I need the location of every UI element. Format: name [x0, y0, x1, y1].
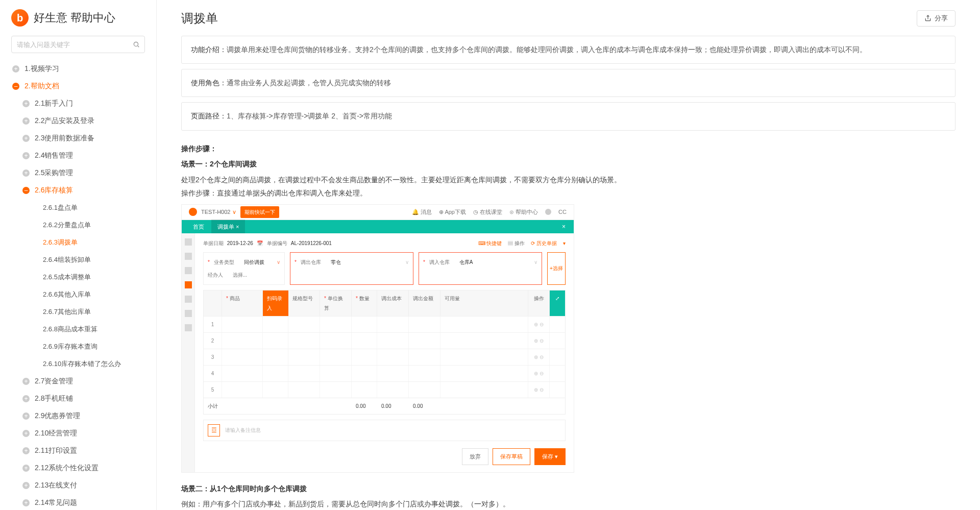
scene1-line2: 操作步骤：直接通过单据头的调出仓库和调入仓库来处理。: [181, 186, 955, 200]
app-nav-a: ◷ 在线课堂: [473, 207, 502, 217]
share-icon: [924, 15, 932, 22]
info-text: 调拨单用来处理仓库间货物的转移业务。支持2个仓库间的调拨，也支持多个仓库间的调拨…: [227, 45, 867, 54]
nav-2-11[interactable]: +2.11打印设置: [0, 442, 156, 459]
nav-label: 2.1新手入门: [35, 99, 73, 108]
nav-2-6-8[interactable]: 2.6.8商品成本重算: [0, 321, 156, 338]
rail-icon: [185, 267, 192, 274]
nav-label: 2.4销售管理: [35, 151, 73, 160]
app-draft-button: 保存草稿: [493, 448, 530, 465]
brand: b 好生意 帮助中心: [0, 9, 156, 36]
nav-2-6-4[interactable]: 2.6.4组装拆卸单: [0, 251, 156, 269]
nav-label: 2.6库存核算: [35, 186, 73, 195]
app-logo-icon: [189, 208, 197, 216]
nav-2-6-10[interactable]: 2.6.10库存账本错了怎么办: [0, 355, 156, 373]
app-biztype-col: *业务类型 同价调拨∨ 经办人 选择...: [203, 252, 285, 285]
nav-label: 2.10经营管理: [35, 429, 77, 438]
nav-label: 2.帮助文档: [24, 82, 59, 91]
steps-label: 操作步骤：: [181, 142, 955, 156]
nav-label: 2.6.4组装拆卸单: [43, 255, 91, 264]
screenshot-1: TEST-H002 ∨ 期前快试一下 🔔 消息 ⊕ App下载 ◷ 在线课堂 ⊙…: [181, 204, 574, 473]
app-select-btn: +选择: [547, 252, 566, 285]
nav-label: 2.6.5成本调整单: [43, 273, 91, 282]
nav-label: 2.6.6其他入库单: [43, 290, 91, 299]
scene2-line1: 例如：用户有多个门店或办事处，新品到货后，需要从总仓同时向多个门店或办事处调拨。…: [181, 497, 955, 510]
app-table: * 商品 扫码录入 规格型号 * 单位换算 * 数量 调出成本 调出金额 可用量…: [203, 290, 566, 415]
app-site-select: TEST-H002 ∨: [201, 207, 236, 217]
nav-tree: +1.视频学习 –2.帮助文档 +2.1新手入门 +2.2产品安装及登录 +2.…: [0, 60, 156, 510]
nav-label: 2.2产品安装及登录: [35, 116, 94, 126]
nav-2-6-6[interactable]: 2.6.6其他入库单: [0, 286, 156, 303]
app-ops: ▤ 操作: [508, 238, 525, 248]
nav-label: 2.14常见问题: [35, 498, 77, 507]
app-nav-b: ⊙ 帮助中心: [509, 207, 538, 217]
scene1-line1: 处理2个仓库之间的商品调拨，在调拨过程中不会发生商品数量的不一致性。主要处理近距…: [181, 173, 955, 187]
nav-2-2[interactable]: +2.2产品安装及登录: [0, 112, 156, 130]
info-text: 通常由业务人员发起调拨，仓管人员完成实物的转移: [227, 79, 391, 87]
nav-2-6-9[interactable]: 2.6.9库存账本查询: [0, 338, 156, 355]
nav-label: 2.5采购管理: [35, 168, 73, 178]
chevron-icon: ▾: [563, 238, 566, 248]
info-text: 1、库存核算->库存管理->调拨单 2、首页->常用功能: [227, 112, 392, 120]
nav-2-13[interactable]: +2.13在线支付: [0, 477, 156, 494]
nav-2-8[interactable]: +2.8手机旺铺: [0, 390, 156, 407]
rail-icon: [185, 310, 192, 317]
app-nav-app: ⊕ App下载: [439, 207, 466, 217]
nav-label: 2.3使用前数据准备: [35, 134, 94, 143]
brand-title: 好生意 帮助中心: [34, 10, 115, 26]
nav-label: 2.13在线支付: [35, 481, 77, 490]
nav-label: 2.9优惠券管理: [35, 411, 80, 421]
nav-2-10[interactable]: +2.10经营管理: [0, 425, 156, 442]
app-nav-msg: 🔔 消息: [412, 207, 432, 217]
nav-video-learning[interactable]: +1.视频学习: [0, 60, 156, 78]
app-in-warehouse: *调入仓库 仓库A∨: [419, 252, 542, 285]
nav-help-docs[interactable]: –2.帮助文档: [0, 78, 156, 95]
nav-2-6-5[interactable]: 2.6.5成本调整单: [0, 269, 156, 286]
nav-2-6-3[interactable]: 2.6.3调拨单: [0, 234, 156, 251]
app-date-label: 单据日期: [203, 240, 224, 246]
nav-2-5[interactable]: +2.5采购管理: [0, 164, 156, 182]
nav-2-9[interactable]: +2.9优惠券管理: [0, 407, 156, 425]
nav-2-6-1[interactable]: 2.6.1盘点单: [0, 199, 156, 216]
nav-label: 2.6.3调拨单: [43, 238, 78, 247]
app-out-warehouse: *调出仓库 零仓∨: [290, 252, 413, 285]
info-role: 使用角色：通常由业务人员发起调拨，仓管人员完成实物的转移: [181, 69, 955, 97]
nav-label: 2.7资金管理: [35, 377, 73, 386]
search-icon[interactable]: [133, 41, 140, 48]
nav-2-6-2[interactable]: 2.6.2分量盘点单: [0, 216, 156, 234]
search-input[interactable]: [11, 36, 145, 53]
nav-label: 2.6.9库存账本查询: [43, 342, 97, 351]
nav-label: 2.6.2分量盘点单: [43, 221, 91, 230]
info-function: 功能介绍：调拨单用来处理仓库间货物的转移业务。支持2个仓库间的调拨，也支持多个仓…: [181, 36, 955, 64]
app-note: ☲ 请输入备注信息: [203, 420, 566, 441]
svg-line-1: [138, 46, 139, 47]
svg-point-0: [134, 42, 138, 46]
app-quick: ⌨ 快捷键: [478, 238, 502, 248]
scene2-title: 场景二：从1个仓库同时向多个仓库调拨: [181, 482, 955, 496]
app-tab-home: 首页: [187, 220, 210, 234]
app-tab-doc: 调拨单 ×: [211, 220, 245, 234]
rail-icon: [185, 324, 192, 331]
rail-icon-active: [185, 281, 192, 288]
section-scene1: 操作步骤： 场景一：2个仓库间调拨 处理2个仓库之间的商品调拨，在调拨过程中不会…: [181, 142, 955, 510]
nav-2-4[interactable]: +2.4销售管理: [0, 147, 156, 164]
rail-icon: [185, 238, 192, 246]
share-button[interactable]: 分享: [917, 10, 955, 27]
nav-2-14[interactable]: +2.14常见问题: [0, 494, 156, 510]
info-path: 页面路径：1、库存核算->库存管理->调拨单 2、首页->常用功能: [181, 102, 955, 130]
app-code-label: 单据编号: [267, 240, 287, 246]
nav-2-1[interactable]: +2.1新手入门: [0, 95, 156, 112]
nav-label: 2.8手机旺铺: [35, 394, 73, 403]
expand-icon: ⤢: [550, 290, 565, 316]
app-header: TEST-H002 ∨ 期前快试一下 🔔 消息 ⊕ App下载 ◷ 在线课堂 ⊙…: [182, 205, 574, 220]
search-box: [11, 36, 145, 53]
nav-2-3[interactable]: +2.3使用前数据准备: [0, 130, 156, 147]
close-icon: ×: [559, 221, 569, 233]
info-label: 功能介绍：: [191, 45, 227, 54]
nav-2-7[interactable]: +2.7资金管理: [0, 373, 156, 390]
nav-2-6[interactable]: –2.6库存核算: [0, 182, 156, 199]
nav-label: 1.视频学习: [24, 64, 59, 74]
nav-2-12[interactable]: +2.12系统个性化设置: [0, 459, 156, 477]
nav-2-6-7[interactable]: 2.6.7其他出库单: [0, 303, 156, 321]
avatar-icon: [545, 209, 551, 215]
sidebar: b 好生意 帮助中心 +1.视频学习 –2.帮助文档 +2.1新手入门 +2.2…: [0, 0, 157, 510]
